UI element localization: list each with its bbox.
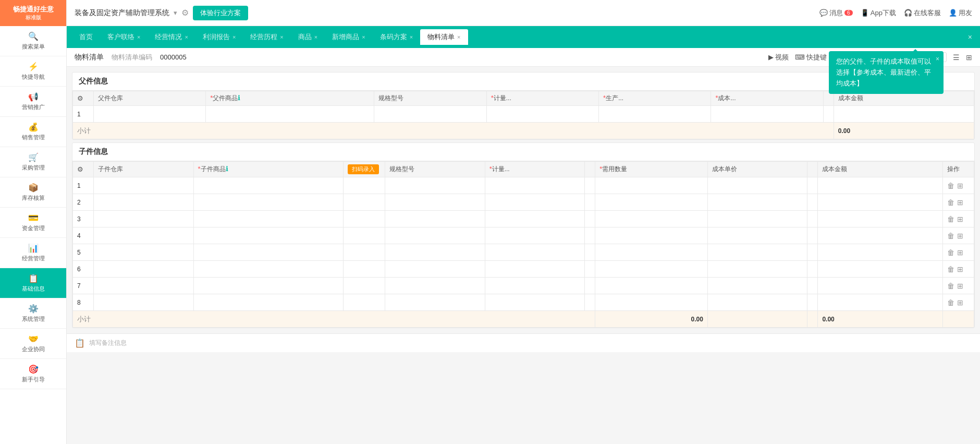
parent-subtotal-amount: 0.00	[834, 123, 974, 139]
th-gear-child[interactable]: ⚙	[73, 162, 94, 177]
sidebar-item-search[interactable]: 🔍 搜索菜单	[0, 26, 66, 56]
parent-row-1-prod[interactable]	[599, 106, 711, 123]
trial-btn[interactable]: 体验行业方案	[193, 6, 248, 20]
tab-operation[interactable]: 经营情况 ×	[148, 29, 195, 45]
user-btn[interactable]: 👤 用友	[949, 8, 972, 18]
delete-icon-6[interactable]: 🗑	[947, 265, 954, 273]
tab-operation-close[interactable]: ×	[185, 34, 188, 40]
sidebar-item-purchase[interactable]: 🛒 采购管理	[0, 147, 66, 177]
parent-row-1-warehouse[interactable]	[94, 106, 206, 123]
topbar-left: 装备及固定资产辅助管理系统 ▾ ⚙ 体验行业方案	[75, 6, 248, 20]
copy-icon-2[interactable]: ⊞	[957, 198, 963, 207]
sidebar-item-finance[interactable]: 💳 资金管理	[0, 208, 66, 238]
tab-history[interactable]: 经营历程 ×	[243, 29, 290, 45]
child-row-2-spec[interactable]	[385, 194, 485, 211]
child-row-2-warehouse[interactable]	[94, 194, 194, 211]
copy-icon-4[interactable]: ⊞	[957, 232, 963, 240]
sidebar-item-marketing[interactable]: 📢 营销推广	[0, 87, 66, 117]
parent-row-1-cost[interactable]	[711, 106, 823, 123]
parent-row-1-product[interactable]	[206, 106, 374, 123]
scan-btn[interactable]: 扫码录入	[348, 164, 379, 174]
child-row-2-need-qty[interactable]	[595, 194, 708, 211]
app-download-btn[interactable]: 📱 App下载	[861, 8, 896, 18]
sidebar-item-basic[interactable]: 📋 基础信息	[0, 268, 66, 298]
delete-icon-8[interactable]: 🗑	[947, 298, 954, 307]
sidebar-item-sales[interactable]: 💰 销售管理	[0, 117, 66, 147]
copy-icon-7[interactable]: ⊞	[957, 282, 963, 290]
sidebar-item-operation[interactable]: 📊 经营管理	[0, 238, 66, 268]
th-parent-cost: *成本...	[711, 91, 823, 106]
child-row-1-scan	[344, 177, 385, 194]
sidebar-item-quicknav[interactable]: ⚡ 快捷导航	[0, 56, 66, 87]
child-row-1-unit-cost[interactable]	[707, 177, 807, 194]
grid-icon[interactable]: ☰	[953, 53, 960, 62]
code-label: 物料清单编码	[112, 53, 152, 62]
tooltip-close[interactable]: ×	[936, 54, 939, 64]
tab-barcode-close[interactable]: ×	[410, 34, 413, 40]
tab-goods[interactable]: 商品 ×	[291, 29, 325, 45]
th-gear-parent[interactable]: ⚙	[73, 91, 94, 106]
settings-icon[interactable]: ⚙	[181, 8, 189, 18]
child-row-8-ops: 🗑 ⊞	[943, 294, 974, 311]
tab-bom[interactable]: 物料清单 ×	[420, 29, 468, 45]
app-download-label: App下载	[871, 8, 896, 18]
tab-bom-close[interactable]: ×	[457, 34, 460, 40]
system-dropdown-icon[interactable]: ▾	[174, 9, 177, 17]
copy-icon-8[interactable]: ⊞	[957, 298, 963, 307]
parent-row-1-spec[interactable]	[374, 106, 486, 123]
tab-new-goods-close[interactable]: ×	[362, 34, 365, 40]
video-btn[interactable]: ▶ 视频	[768, 53, 789, 62]
online-service-btn[interactable]: 🎧 在线客服	[904, 8, 941, 18]
child-row-1-product[interactable]	[193, 177, 343, 194]
tab-barcode[interactable]: 条码方案 ×	[373, 29, 420, 45]
parent-row-1-qty[interactable]	[486, 106, 598, 123]
child-row-1-warehouse[interactable]	[94, 177, 194, 194]
child-row-4: 4 🗑 ⊞	[73, 227, 974, 244]
brand-name: 畅捷通好生意	[13, 5, 54, 14]
child-row-1-qty[interactable]	[485, 177, 585, 194]
delete-icon-7[interactable]: 🗑	[947, 282, 954, 290]
sales-icon: 💰	[28, 122, 39, 132]
topbar: 装备及固定资产辅助管理系统 ▾ ⚙ 体验行业方案 💬 消息 6 📱 App下载 …	[67, 0, 980, 26]
child-row-1-cost-extra	[807, 177, 818, 194]
note-text[interactable]: 填写备注信息	[89, 339, 127, 347]
tab-home[interactable]: 首页	[72, 29, 100, 45]
message-btn[interactable]: 💬 消息 6	[819, 8, 853, 18]
tab-customer[interactable]: 客户联络 ×	[100, 29, 148, 45]
tab-history-close[interactable]: ×	[280, 34, 283, 40]
tab-profit[interactable]: 利润报告 ×	[195, 29, 243, 45]
tab-customer-close[interactable]: ×	[137, 34, 140, 40]
list-icon[interactable]: ⊞	[966, 53, 972, 62]
tab-goods-close[interactable]: ×	[314, 34, 317, 40]
delete-icon-1[interactable]: 🗑	[947, 182, 954, 190]
copy-icon-6[interactable]: ⊞	[957, 265, 963, 273]
tab-new-goods[interactable]: 新增商品 ×	[325, 29, 372, 45]
nav-tabs: 首页 客户联络 × 经营情况 × 利润报告 × 经营历程 × 商品 × 新增商品…	[67, 26, 980, 48]
child-subtotal-amount: 0.00	[818, 311, 943, 328]
gear-icon-child: ⚙	[77, 165, 83, 173]
th-child-amount: 成本金额	[818, 162, 943, 177]
child-row-2-product[interactable]	[193, 194, 343, 211]
child-row-2: 2 🗑 ⊞	[73, 194, 974, 211]
sidebar-item-inventory[interactable]: 📦 库存核算	[0, 177, 66, 208]
sidebar-item-guide[interactable]: 🎯 新手引导	[0, 359, 66, 389]
th-parent-prod: *生产...	[599, 91, 711, 106]
copy-icon-1[interactable]: ⊞	[957, 182, 963, 190]
copy-icon-5[interactable]: ⊞	[957, 248, 963, 257]
shortcut-btn[interactable]: ⌨ 快捷键	[795, 53, 827, 62]
tab-profit-close[interactable]: ×	[232, 34, 236, 40]
child-row-2-unit-cost[interactable]	[707, 194, 807, 211]
delete-icon-5[interactable]: 🗑	[947, 248, 954, 257]
child-row-2-qty[interactable]	[485, 194, 585, 211]
nav-close-all[interactable]: ×	[965, 33, 975, 41]
delete-icon-2[interactable]: 🗑	[947, 198, 954, 207]
child-row-1-need-qty[interactable]	[595, 177, 708, 194]
child-row-4-ops: 🗑 ⊞	[943, 227, 974, 244]
copy-icon-3[interactable]: ⊞	[957, 215, 963, 223]
sidebar-item-enterprise[interactable]: 🤝 企业协同	[0, 329, 66, 359]
message-badge: 6	[844, 10, 853, 16]
delete-icon-3[interactable]: 🗑	[947, 215, 954, 223]
sidebar-item-system[interactable]: ⚙️ 系统管理	[0, 298, 66, 329]
delete-icon-4[interactable]: 🗑	[947, 232, 954, 240]
child-row-1-spec[interactable]	[385, 177, 485, 194]
